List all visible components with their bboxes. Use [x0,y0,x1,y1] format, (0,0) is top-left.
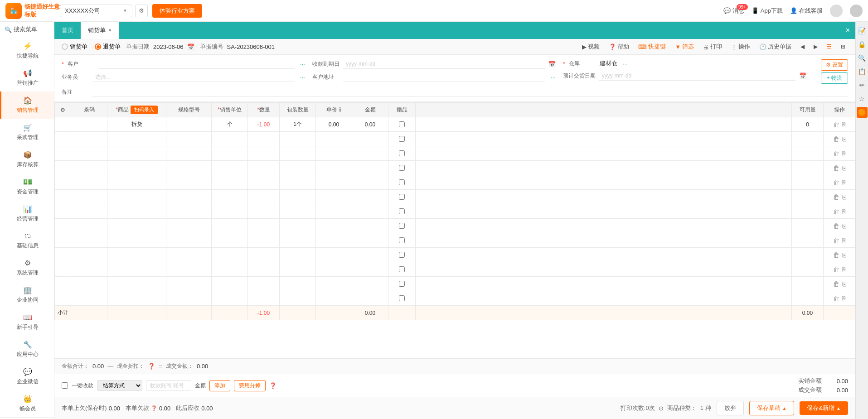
remarks-input[interactable] [92,87,848,97]
row-qty-cell[interactable] [248,175,280,190]
tab-sale-order[interactable]: 销货单 × [81,22,119,39]
row-copy-icon[interactable]: ⎘ [842,208,846,215]
row-gift-cell[interactable] [388,132,416,146]
sidebar-item-basic-info[interactable]: 🗂 基础信息 [0,227,54,254]
history-button[interactable]: 🕐 历史单据 [756,42,794,52]
row-barcode-cell[interactable] [71,291,107,306]
row-delete-icon[interactable]: 🗑 [833,237,839,244]
tab-bar-close-button[interactable]: × [846,26,850,34]
row-unit-cell[interactable] [212,190,248,204]
row-price-cell[interactable] [316,190,352,204]
abandon-button[interactable]: 放弃 [717,401,744,415]
row-barcode-cell[interactable] [71,204,107,219]
radio-return-order[interactable]: 退货单 [95,43,121,51]
gift-checkbox[interactable] [399,281,405,287]
row-qty-cell[interactable] [248,204,280,219]
row-pkg-cell[interactable] [280,219,316,233]
gift-checkbox[interactable] [399,223,405,229]
row-qty-cell[interactable] [248,132,280,146]
gift-checkbox[interactable] [399,121,405,127]
video-button[interactable]: ▶ 视频 [579,42,602,52]
row-spec-cell[interactable] [166,161,212,175]
row-spec-cell[interactable] [166,132,212,146]
row-copy-icon[interactable]: ⎘ [842,237,846,244]
row-pkg-cell[interactable] [280,132,316,146]
gift-checkbox[interactable] [399,194,405,200]
row-goods-cell[interactable] [107,132,166,146]
discount-question-icon[interactable]: ❓ [148,363,155,370]
row-amount-cell[interactable] [352,248,388,262]
row-pkg-cell[interactable] [280,277,316,291]
row-copy-icon[interactable]: ⎘ [842,295,846,302]
sidebar-item-system[interactable]: ⚙ 系统管理 [0,254,54,281]
row-qty-cell[interactable] [248,248,280,262]
row-unit-cell[interactable] [212,277,248,291]
row-qty-cell[interactable] [248,190,280,204]
row-copy-icon[interactable]: ⎘ [842,251,846,259]
warehouse-dots-button[interactable]: ··· [623,60,628,67]
grid-view-button[interactable]: ⊞ [838,43,848,51]
row-amount-cell[interactable] [352,146,388,161]
right-panel-search-icon[interactable]: 🔍 [857,53,868,63]
row-goods-cell[interactable] [107,161,166,175]
row-copy-icon[interactable]: ⎘ [842,121,846,128]
row-spec-cell[interactable] [166,277,212,291]
row-goods-cell[interactable] [107,248,166,262]
row-copy-icon[interactable]: ⎘ [842,135,846,143]
row-goods-cell[interactable] [107,204,166,219]
row-delete-icon[interactable]: 🗑 [833,150,839,157]
row-price-cell[interactable] [316,233,352,248]
row-gift-cell[interactable] [388,291,416,306]
row-price-cell[interactable] [316,248,352,262]
row-price-cell[interactable] [316,161,352,175]
salesperson-input[interactable] [92,72,295,82]
row-barcode-cell[interactable] [71,117,107,132]
save-draft-button[interactable]: 保存草稿 ▲ [749,401,795,415]
row-gift-cell[interactable] [388,175,416,190]
one-click-payment-checkbox[interactable] [62,382,68,389]
row-gift-cell[interactable] [388,117,416,132]
row-copy-icon[interactable]: ⎘ [842,164,846,172]
sidebar-item-finance[interactable]: 💵 资金管理 [0,173,54,200]
due-date-input[interactable] [343,59,545,69]
row-pkg-cell[interactable] [280,233,316,248]
row-spec-cell[interactable] [166,204,212,219]
row-qty-cell[interactable] [248,233,280,248]
row-pkg-cell[interactable] [280,161,316,175]
row-gift-cell[interactable] [388,161,416,175]
form-logistics-button[interactable]: + 物流 [821,72,848,84]
row-price-cell[interactable]: 0.00 [316,117,352,132]
prev-button[interactable]: ◀ [798,43,807,51]
row-price-cell[interactable] [316,146,352,161]
online-service-button[interactable]: 👤 在线客服 [790,7,823,15]
row-barcode-cell[interactable] [71,277,107,291]
row-barcode-cell[interactable] [71,248,107,262]
row-delete-icon[interactable]: 🗑 [833,121,839,128]
row-amount-cell[interactable] [352,262,388,277]
row-qty-cell[interactable] [248,277,280,291]
row-unit-cell[interactable] [212,132,248,146]
row-price-cell[interactable] [316,262,352,277]
sidebar-item-enterprise[interactable]: 🏢 企业协同 [0,281,54,308]
row-price-cell[interactable] [316,277,352,291]
row-qty-cell[interactable]: -1.00 [248,117,280,132]
row-spec-cell[interactable] [166,291,212,306]
scan-button[interactable]: 扫码录入 [131,106,158,114]
row-amount-cell[interactable] [352,204,388,219]
right-panel-lock-icon[interactable]: 🔒 [857,39,868,50]
payment-account-input[interactable] [146,380,191,390]
settings-gear-button[interactable]: ⚙ [135,5,148,17]
sidebar-item-operations[interactable]: 📊 经营管理 [0,200,54,227]
save-new-button[interactable]: 保存&新增 ▲ [800,401,848,415]
right-panel-star-icon[interactable]: ☆ [857,93,868,104]
row-amount-cell[interactable] [352,132,388,146]
row-spec-cell[interactable] [166,248,212,262]
row-pkg-cell[interactable] [280,190,316,204]
row-pkg-cell[interactable] [280,175,316,190]
row-unit-cell[interactable] [212,175,248,190]
help-button[interactable]: ❓ 帮助 [606,42,632,52]
gift-checkbox[interactable] [399,150,405,156]
row-goods-cell[interactable] [107,146,166,161]
row-spec-cell[interactable] [166,190,212,204]
right-panel-edit-icon[interactable]: ✏ [857,80,868,91]
